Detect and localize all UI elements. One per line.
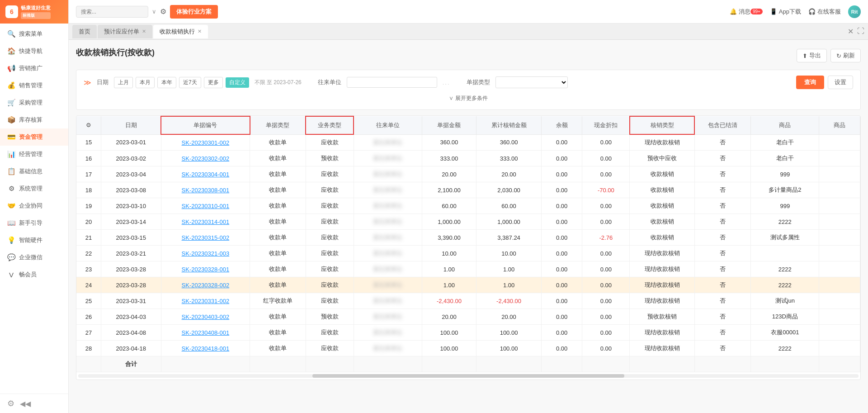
close-tab-icon[interactable]: ✕ — [848, 27, 854, 36]
sidebar-item-1[interactable]: 🏠快捷导航 — [0, 43, 68, 60]
table-row[interactable]: 182023-03-08SK-20230308-001收款单应收款某往来单位2,… — [76, 182, 860, 198]
cell-billno-2[interactable]: SK-20230304-001 — [161, 166, 250, 182]
table-row[interactable]: 252023-03-31SK-20230331-002红字收款单应收款某往来单位… — [76, 293, 860, 309]
sidebar-icon-12: 💡 — [7, 236, 15, 244]
cell-biztype-5: 应收款 — [306, 214, 354, 230]
tab-close-1[interactable]: ✕ — [142, 28, 146, 34]
cell-cumamt-1: 333.00 — [476, 151, 541, 166]
table-row[interactable]: 152023-03-01SK-20230301-002收款单应收款某往来单位36… — [76, 134, 860, 151]
table-row[interactable]: 262023-04-03SK-20230403-002收款单预收款某往来单位20… — [76, 309, 860, 325]
last-month-btn[interactable]: 上月 — [114, 77, 133, 88]
this-year-btn[interactable]: 本年 — [157, 77, 176, 88]
sidebar-item-12[interactable]: 💡智能硬件 — [0, 232, 68, 249]
sidebar-item-8[interactable]: 📋基础信息 — [0, 163, 68, 180]
custom-date-btn[interactable]: 自定义 — [226, 77, 249, 88]
table-row[interactable]: 282023-04-18SK-20230418-001收款单应收款某往来单位10… — [76, 341, 860, 356]
sidebar-item-0[interactable]: 🔍搜索菜单 — [0, 25, 68, 43]
cell-billno-8[interactable]: SK-20230328-001 — [161, 261, 250, 277]
export-button[interactable]: ⬆ 导出 — [797, 49, 827, 62]
cell-partner-13: 某往来单位 — [354, 341, 422, 356]
cell-incl-11: 否 — [694, 309, 751, 325]
tab-0[interactable]: 首页 — [72, 25, 97, 38]
filter-toggle-icon[interactable]: ≫ — [84, 78, 91, 87]
sidebar-item-9[interactable]: ⚙系统管理 — [0, 180, 68, 197]
tab-1[interactable]: 预计应应付单✕ — [98, 25, 152, 38]
table-row[interactable]: 162023-03-02SK-20230302-002收款单预收款某往来单位33… — [76, 151, 860, 166]
main-content: ∨ ⚙ 体验行业方案 🔔 消息 99+ 📱 App下载 🎧 在线客服 Rit 首… — [69, 0, 868, 413]
col-header-cumamt: 累计核销金额 — [476, 116, 541, 134]
tab-close-2[interactable]: ✕ — [198, 28, 202, 34]
sidebar-item-10[interactable]: 🤝企业协同 — [0, 197, 68, 214]
table-row[interactable]: 172023-03-04SK-20230304-001收款单应收款某往来单位20… — [76, 166, 860, 182]
bill-type-select[interactable] — [495, 76, 568, 88]
cell-sn-7: 22 — [76, 246, 101, 261]
cell-cxtype-7: 现结收款核销 — [630, 246, 694, 261]
search-input[interactable] — [76, 6, 148, 18]
cell-billno-10[interactable]: SK-20230331-002 — [161, 293, 250, 309]
maximize-icon[interactable]: ⛶ — [857, 27, 864, 36]
cell-billno-7[interactable]: SK-20230321-003 — [161, 246, 250, 261]
sidebar-item-2[interactable]: 📢营销推广 — [0, 60, 68, 77]
cell-cxtype-12: 现结收款核销 — [630, 325, 694, 341]
sidebar-item-7[interactable]: 📊经营管理 — [0, 146, 68, 163]
cell-billno-12[interactable]: SK-20230408-001 — [161, 325, 250, 341]
refresh-icon: ↻ — [836, 52, 841, 59]
sidebar-item-5[interactable]: 📦库存核算 — [0, 111, 68, 128]
cell-billno-1[interactable]: SK-20230302-002 — [161, 151, 250, 166]
table-row[interactable]: 222023-03-21SK-20230321-003收款单应收款某往来单位10… — [76, 246, 860, 261]
app-download-button[interactable]: 📱 App下载 — [770, 8, 801, 16]
col-header-balance: 余额 — [541, 116, 582, 134]
cell-billno-0[interactable]: SK-20230301-002 — [161, 134, 250, 151]
messages-button[interactable]: 🔔 消息 99+ — [730, 8, 763, 16]
industry-solution-button[interactable]: 体验行业方案 — [170, 5, 218, 19]
cell-cumamt-0: 360.00 — [476, 134, 541, 151]
cell-cxtype-1: 预收中应收 — [630, 151, 694, 166]
cell-billno-11[interactable]: SK-20230403-002 — [161, 309, 250, 325]
sidebar-gear-icon[interactable]: ⚙ — [7, 399, 14, 408]
this-month-btn[interactable]: 本月 — [136, 77, 155, 88]
sidebar-collapse-icon[interactable]: ◀◀ — [20, 399, 31, 408]
sidebar-item-11[interactable]: 📖新手引导 — [0, 214, 68, 232]
sidebar-item-13[interactable]: 💬企业微信 — [0, 249, 68, 266]
table-row[interactable]: 272023-04-08SK-20230408-001收款单应收款某往来单位10… — [76, 325, 860, 341]
refresh-button[interactable]: ↻ 刷新 — [830, 49, 861, 62]
cell-billno-9[interactable]: SK-20230328-002 — [161, 277, 250, 293]
topbar-gear-icon[interactable]: ⚙ — [160, 7, 166, 16]
sidebar-item-3[interactable]: 💰销售管理 — [0, 77, 68, 94]
cell-billno-4[interactable]: SK-20230310-001 — [161, 198, 250, 214]
footer-cell-discount — [582, 356, 630, 372]
cell-billno-6[interactable]: SK-20230315-002 — [161, 230, 250, 246]
table-row[interactable]: 242023-03-28SK-20230328-002收款单应收款某往来单位1.… — [76, 277, 860, 293]
chevron-down-icon: ∨ — [449, 95, 453, 101]
sidebar-icon-0: 🔍 — [7, 30, 15, 38]
user-avatar[interactable]: Rit — [848, 5, 861, 18]
cell-billno-5[interactable]: SK-20230314-001 — [161, 214, 250, 230]
cell-billno-13[interactable]: SK-20230418-001 — [161, 341, 250, 356]
footer-cell-sn — [76, 356, 101, 372]
table-row[interactable]: 232023-03-28SK-20230328-001收款单应收款某往来单位1.… — [76, 261, 860, 277]
tab-2[interactable]: 收款核销执行✕ — [153, 25, 208, 38]
table-row[interactable]: 212023-03-15SK-20230315-002收款单应收款某往来单位3,… — [76, 230, 860, 246]
more-date-btn[interactable]: 更多 — [204, 77, 223, 88]
cell-goods2-8 — [819, 261, 860, 277]
topbar: ∨ ⚙ 体验行业方案 🔔 消息 99+ 📱 App下载 🎧 在线客服 Rit — [69, 0, 868, 24]
online-service-button[interactable]: 🎧 在线客服 — [808, 8, 841, 16]
expand-more-conditions[interactable]: ∨ 展开更多条件 — [84, 93, 853, 104]
sidebar-item-14[interactable]: V畅会员 — [0, 266, 68, 283]
sidebar-item-4[interactable]: 🛒采购管理 — [0, 94, 68, 111]
sidebar-icon-4: 🛒 — [7, 99, 15, 107]
sidebar-label-12: 智能硬件 — [19, 236, 42, 244]
sidebar-icon-14: V — [7, 271, 15, 279]
sidebar-item-6[interactable]: 💳资金管理 — [0, 128, 68, 146]
scrollbar-thumb[interactable] — [312, 374, 624, 378]
cell-billno-3[interactable]: SK-20230308-001 — [161, 182, 250, 198]
table-row[interactable]: 192023-03-10SK-20230310-001收款单应收款某往来单位60… — [76, 198, 860, 214]
chevron-down-icon[interactable]: ∨ — [152, 8, 156, 15]
horizontal-scrollbar[interactable] — [78, 374, 859, 378]
footer-cell-biztype — [306, 356, 354, 372]
last-7days-btn[interactable]: 近7天 — [179, 77, 201, 88]
partner-filter-input[interactable] — [347, 77, 437, 88]
table-row[interactable]: 202023-03-14SK-20230314-001收款单应收款某往来单位1,… — [76, 214, 860, 230]
filter-setting-button[interactable]: 设置 — [828, 76, 853, 89]
query-button[interactable]: 查询 — [796, 76, 824, 89]
